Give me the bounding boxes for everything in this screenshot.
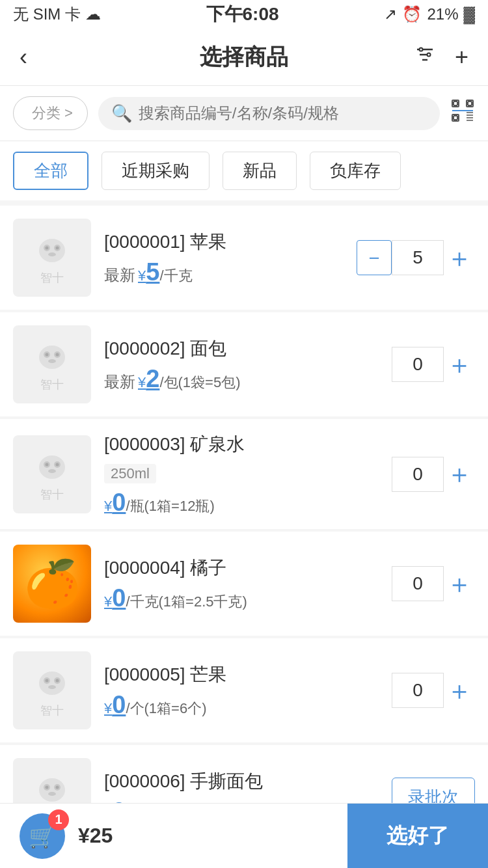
product-item: 🍊 [0000004] 橘子 ¥ 0 /千克(1箱=2.5千克) ＋ <box>0 532 488 636</box>
price-unit: /瓶(1箱=12瓶) <box>126 496 214 516</box>
currency: ¥ <box>138 374 146 391</box>
quantity-input[interactable] <box>392 457 444 492</box>
product-info: [0000003] 矿泉水 250ml ¥ 0 /瓶(1箱=12瓶) <box>104 432 379 516</box>
quantity-input[interactable] <box>392 347 444 382</box>
battery-icon: ▓ <box>463 5 475 23</box>
status-right: ↗ ⏰ 21% ▓ <box>384 5 475 23</box>
svg-point-29 <box>56 247 59 250</box>
filter-bar: 分类 > 🔍 <box>0 86 488 141</box>
product-name: [0000005] 芒果 <box>104 662 379 687</box>
orange-emoji: 🍊 <box>24 557 81 610</box>
placeholder-owl: 智十 <box>33 662 72 718</box>
price-unit: /个(1箱=6个) <box>126 699 206 718</box>
battery-label: 21% <box>427 5 458 23</box>
svg-point-42 <box>48 469 56 473</box>
tab-recent[interactable]: 近期采购 <box>102 152 210 190</box>
product-item: 智十 [0000001] 苹果 最新 ¥ 5 /千克 － ＋ <box>0 206 488 310</box>
search-input[interactable] <box>139 104 427 122</box>
increase-button[interactable]: ＋ <box>444 673 475 708</box>
page-title: 选择商品 <box>200 42 288 72</box>
svg-point-46 <box>46 679 49 683</box>
search-icon: 🔍 <box>111 103 132 124</box>
placeholder-owl: 智十 <box>33 230 72 286</box>
tab-all[interactable]: 全部 <box>13 152 88 190</box>
confirm-button[interactable]: 选好了 <box>347 804 488 869</box>
currency: ¥ <box>104 700 112 717</box>
category-label: 分类 <box>32 103 61 123</box>
product-name: [0000001] 苹果 <box>104 230 344 254</box>
svg-point-53 <box>56 786 59 789</box>
placeholder-owl: 智十 <box>33 446 72 502</box>
increase-button[interactable]: ＋ <box>444 240 475 275</box>
quantity-control: － ＋ <box>357 240 475 275</box>
increase-button[interactable]: ＋ <box>444 347 475 382</box>
cart-badge: 1 <box>48 809 69 830</box>
quantity-input[interactable] <box>392 673 444 708</box>
svg-point-31 <box>39 346 65 369</box>
tabs: 全部 近期采购 新品 负库存 <box>0 141 488 206</box>
increase-button[interactable]: ＋ <box>444 457 475 492</box>
cart-button[interactable]: 🛒 1 <box>20 813 65 859</box>
product-info: [0000001] 苹果 最新 ¥ 5 /千克 <box>104 230 344 286</box>
product-image: 智十 <box>13 651 91 729</box>
cart-area: 🛒 1 ¥25 <box>0 813 347 859</box>
price-prefix: 最新 <box>104 372 135 392</box>
price-row: 最新 ¥ 5 /千克 <box>104 260 344 286</box>
svg-point-37 <box>39 455 65 479</box>
product-name: [0000003] 矿泉水 <box>104 432 379 457</box>
product-image: 智十 <box>13 325 91 403</box>
status-time: 下午6:08 <box>206 2 279 27</box>
product-spec: 250ml <box>104 464 156 483</box>
product-image: 智十 <box>13 219 91 297</box>
product-item: 智十 [0000003] 矿泉水 250ml ¥ 0 /瓶(1箱=12瓶) ＋ <box>0 419 488 529</box>
tab-negative[interactable]: 负库存 <box>310 152 401 190</box>
price-value: 2 <box>146 366 159 391</box>
price-value: 0 <box>112 586 126 610</box>
quantity-input[interactable] <box>392 566 444 601</box>
price-row: ¥ 0 /千克(1箱=2.5千克) <box>104 586 379 612</box>
price-row: ¥ 0 /个(1箱=6个) <box>104 692 379 718</box>
svg-point-48 <box>48 685 56 689</box>
category-chevron: > <box>64 105 73 122</box>
svg-point-25 <box>39 239 65 262</box>
increase-button[interactable]: ＋ <box>444 566 475 601</box>
placeholder-owl: 智十 <box>33 336 72 392</box>
back-button[interactable]: ‹ <box>20 44 27 71</box>
scan-icon[interactable] <box>450 98 475 128</box>
product-list: 智十 [0000001] 苹果 最新 ¥ 5 /千克 － ＋ <box>0 206 488 868</box>
product-info: [0000004] 橘子 ¥ 0 /千克(1箱=2.5千克) <box>104 556 379 612</box>
quantity-control: ＋ <box>392 566 475 601</box>
price-value: 0 <box>112 490 126 515</box>
price-row: 最新 ¥ 2 /包(1袋=5包) <box>104 366 379 392</box>
price-unit: /千克(1箱=2.5千克) <box>126 592 247 612</box>
quantity-input[interactable] <box>392 240 444 275</box>
category-button[interactable]: 分类 > <box>13 96 88 130</box>
location-icon: ↗ <box>384 5 397 23</box>
product-name: [0000006] 手撕面包 <box>104 769 379 794</box>
search-box: 🔍 <box>98 97 440 130</box>
quantity-control: ＋ <box>392 673 475 708</box>
quantity-control: ＋ <box>392 457 475 492</box>
product-info: [0000002] 面包 最新 ¥ 2 /包(1袋=5包) <box>104 336 379 392</box>
filter-icon[interactable] <box>414 44 435 70</box>
sim-label: 无 SIM 卡 ☁ <box>13 4 101 25</box>
decrease-button[interactable]: － <box>357 240 392 275</box>
add-button[interactable]: + <box>455 44 468 71</box>
price-value: 0 <box>112 692 126 717</box>
product-item: 智十 [0000005] 芒果 ¥ 0 /个(1箱=6个) ＋ <box>0 638 488 742</box>
svg-point-41 <box>56 463 59 466</box>
svg-point-52 <box>46 786 49 789</box>
bottom-bar: 🛒 1 ¥25 选好了 <box>0 803 488 868</box>
product-image: 智十 <box>13 435 91 513</box>
quantity-control: ＋ <box>392 347 475 382</box>
currency: ¥ <box>104 593 112 610</box>
product-image: 🍊 <box>13 545 91 623</box>
price-value: 5 <box>146 260 159 284</box>
svg-point-28 <box>46 247 49 250</box>
svg-point-35 <box>56 353 59 357</box>
product-name: [0000002] 面包 <box>104 336 379 361</box>
price-unit: /包(1袋=5包) <box>159 373 240 392</box>
svg-point-43 <box>39 671 65 695</box>
tab-new[interactable]: 新品 <box>223 152 297 190</box>
svg-point-40 <box>46 463 49 466</box>
